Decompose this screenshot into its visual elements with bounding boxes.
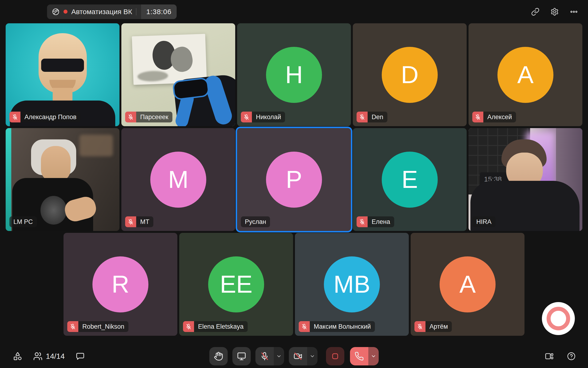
chevron-down-icon — [309, 353, 315, 359]
avatar-initials: Е — [402, 166, 418, 193]
mic-muted-icon — [183, 321, 194, 332]
avatar: R — [92, 256, 149, 313]
nameplate: Николай — [241, 112, 285, 122]
call-controls — [209, 347, 379, 365]
avatar-initials: EE — [220, 270, 253, 298]
participant-name: Robert_Nikson — [78, 321, 128, 332]
avatar-initials: МВ — [333, 270, 370, 298]
participant-name: Парсееек — [136, 112, 172, 122]
avatar-initials: Р — [286, 166, 302, 193]
tile-robert-nikson[interactable]: R Robert_Nikson — [63, 233, 177, 336]
end-call-options-button[interactable] — [368, 347, 379, 365]
meeting-info-main: Автоматизация ВК — [47, 8, 141, 16]
tile-elena-eletskaya[interactable]: EE Elena Eletskaya — [179, 233, 293, 336]
mic-muted-icon — [67, 321, 78, 332]
avatar-initials: А — [459, 270, 475, 298]
end-call-split-button — [350, 347, 379, 365]
chat-button[interactable] — [76, 351, 85, 361]
avatar: M — [150, 152, 206, 208]
mic-muted-icon — [9, 112, 20, 122]
participant-name: Den — [368, 112, 387, 122]
camera-options-button[interactable] — [307, 347, 317, 365]
tile-maksim-volynskiy[interactable]: МВ Максим Волынский — [295, 233, 409, 336]
avatar-initials: А — [517, 61, 534, 89]
mic-toggle-button[interactable] — [255, 347, 274, 365]
meeting-title: Автоматизация ВК — [71, 8, 132, 16]
participant-name: Алексей — [483, 112, 516, 122]
nameplate: HIRA — [472, 216, 496, 227]
help-icon — [567, 352, 576, 361]
participants-button[interactable]: 14/14 — [33, 351, 65, 361]
nameplate: Руслан — [241, 216, 270, 227]
mic-muted-icon — [241, 112, 252, 122]
top-bar: Автоматизация ВК 1:38:06 — [0, 0, 588, 23]
avatar: Е — [382, 152, 438, 208]
avatar: Н — [266, 47, 322, 103]
nameplate: Александр Попов — [9, 112, 80, 122]
tile-parseeek[interactable]: Парсееек — [121, 23, 235, 126]
camera-split-button — [289, 347, 317, 365]
tile-lm-pc[interactable]: LM PC — [6, 128, 120, 231]
screen-share-button[interactable] — [232, 347, 251, 365]
avatar: Р — [266, 152, 322, 208]
help-button[interactable] — [567, 352, 576, 361]
participant-name: Максим Волынский — [310, 321, 375, 332]
avatar-initials: D — [401, 61, 418, 89]
layout-grid-icon — [545, 352, 554, 361]
avatar: МВ — [324, 256, 380, 313]
participant-name: LM PC — [9, 216, 37, 227]
participant-name: HIRA — [472, 216, 496, 227]
avatar-initials: Н — [285, 61, 303, 89]
participants-count: 14/14 — [46, 352, 65, 361]
more-icon[interactable] — [570, 8, 578, 16]
nameplate: Артём — [414, 321, 452, 332]
participant-name: Елена — [368, 216, 394, 227]
participant-name: Артём — [425, 321, 452, 332]
tile-den[interactable]: D Den — [353, 23, 467, 126]
nameplate: Алексей — [472, 112, 516, 122]
stop-recording-button[interactable] — [326, 347, 344, 365]
raise-hand-icon — [214, 351, 223, 361]
stop-record-icon — [330, 351, 340, 361]
layout-button[interactable] — [545, 352, 554, 361]
screen-share-icon — [237, 351, 246, 361]
meeting-info-pill[interactable]: Автоматизация ВК 1:38:06 — [47, 4, 177, 19]
avatar: А — [497, 47, 553, 103]
camera-off-icon — [293, 351, 303, 361]
chevron-down-icon — [276, 353, 282, 359]
mic-options-button[interactable] — [274, 347, 284, 365]
copy-link-icon[interactable] — [531, 8, 540, 16]
tile-ruslan[interactable]: Р Руслан — [237, 128, 351, 231]
participant-name: Руслан — [241, 216, 270, 227]
nameplate: Den — [357, 112, 387, 122]
recording-ring-icon — [547, 307, 570, 330]
tile-nikolay[interactable]: Н Николай — [237, 23, 351, 126]
settings-icon[interactable] — [550, 8, 559, 16]
grid-row-1: Александр Попов Парсееек — [5, 23, 583, 126]
raise-hand-button[interactable] — [209, 347, 228, 365]
mic-muted-icon — [357, 112, 368, 122]
nameplate: LM PC — [9, 216, 37, 227]
tile-aleksandr-popov[interactable]: Александр Попов — [6, 23, 120, 126]
tile-hira[interactable]: 15:38 HIRA — [468, 128, 582, 231]
grid-row-3: R Robert_Nikson EE Elena — [5, 233, 583, 336]
chevron-down-icon — [371, 353, 376, 359]
mic-off-icon — [260, 351, 269, 361]
bottom-bar-left: 14/14 — [13, 344, 85, 368]
shapes-button[interactable] — [13, 351, 22, 361]
mic-muted-icon — [357, 216, 368, 227]
tile-mt[interactable]: M MT — [121, 128, 235, 231]
tile-elena[interactable]: Е Елена — [353, 128, 467, 231]
recording-indicator-button[interactable] — [542, 302, 575, 335]
tile-aleksey[interactable]: А Алексей — [468, 23, 582, 126]
participant-name: Николай — [252, 112, 285, 122]
mic-muted-icon — [472, 112, 483, 122]
camera-toggle-button[interactable] — [289, 347, 307, 365]
end-call-button[interactable] — [350, 347, 368, 365]
participant-name: Александр Попов — [20, 112, 80, 122]
nameplate: Elena Eletskaya — [183, 321, 248, 332]
tile-artyom[interactable]: А Артём — [411, 233, 525, 336]
participant-grid: Александр Попов Парсееек — [5, 23, 583, 336]
avatar: D — [382, 47, 438, 103]
nameplate: MT — [125, 216, 153, 227]
